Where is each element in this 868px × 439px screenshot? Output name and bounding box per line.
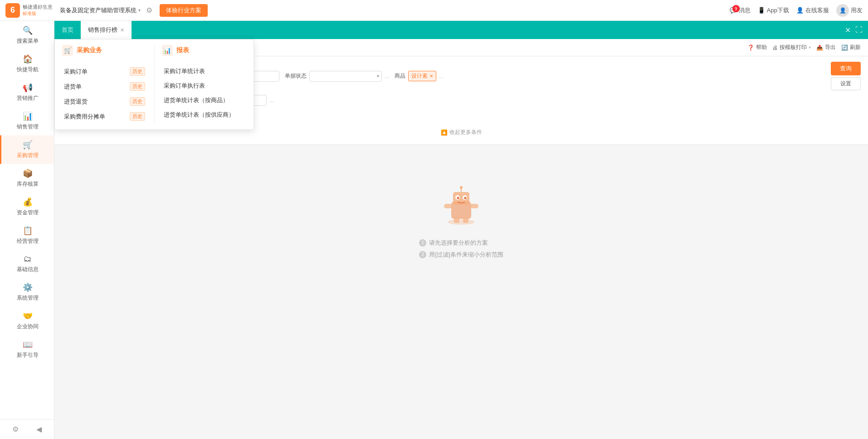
dropdown-item-purchase-order[interactable]: 采购订单 历史 xyxy=(62,64,147,79)
empty-tip-1: 1 请先选择要分析的方案 xyxy=(419,237,503,249)
message-label: 消息 xyxy=(739,6,751,15)
help-label: 帮助 xyxy=(756,44,767,51)
goods-field: 商品 设计素 ✕ ... xyxy=(395,71,444,81)
search-button[interactable]: 查询 xyxy=(831,62,861,75)
sidebar-item-label: 企业协同 xyxy=(17,323,39,330)
dropdown-item-purchase-order-exec[interactable]: 采购订单执行表 xyxy=(162,79,247,93)
message-button[interactable]: 💬 9 消息 xyxy=(730,6,751,15)
sidebar-item-basic[interactable]: 🗂 基础信息 xyxy=(0,250,54,278)
empty-robot-icon xyxy=(439,181,484,227)
close-icon[interactable]: ✕ xyxy=(845,26,851,35)
sidebar-item-label: 库存核算 xyxy=(17,180,39,188)
goods-label: 商品 xyxy=(395,72,405,80)
sidebar-item-label: 搜索菜单 xyxy=(17,37,39,45)
history-badge: 历史 xyxy=(130,112,145,121)
settings-bottom-icon[interactable]: ⚙ xyxy=(12,425,19,434)
status-select[interactable] xyxy=(309,71,382,82)
sidebar-item-system[interactable]: ⚙️ 系统管理 xyxy=(0,278,54,306)
purchase-col: 🛒 采购业务 采购订单 历史 进货单 历史 进货退货 历史 采购费用分摊单 历史 xyxy=(55,45,154,124)
sidebar-item-label: 快捷导航 xyxy=(17,66,39,74)
print-action[interactable]: 🖨 按模板打印 ▾ xyxy=(772,44,811,51)
svg-point-5 xyxy=(457,197,459,199)
sidebar-item-inventory[interactable]: 📦 库存核算 xyxy=(0,164,54,192)
sidebar-item-marketing[interactable]: 📢 营销推广 xyxy=(0,78,54,107)
tip-text-2: 用[过滤]条件来缩小分析范围 xyxy=(429,249,503,261)
goods-return-label: 进货退货 xyxy=(64,98,88,106)
goods-stat-by-goods-label: 进货单统计表（按商品） xyxy=(164,96,229,104)
history-badge: 历史 xyxy=(130,82,145,91)
tab-right-icons: ✕ ⛶ xyxy=(845,26,868,35)
logo-text: 畅捷通好生意 xyxy=(23,4,53,10)
sidebar-item-operation[interactable]: 📋 经营管理 xyxy=(0,221,54,250)
system-name-text: 装备及固定资产辅助管理系统 xyxy=(60,6,137,15)
export-label: 导出 xyxy=(825,44,836,51)
sidebar-item-label: 营销推广 xyxy=(17,94,39,102)
status-label: 单据状态 xyxy=(285,72,307,80)
print-chevron-icon: ▾ xyxy=(809,45,811,50)
chevron-down-icon[interactable]: ▾ xyxy=(138,8,141,13)
export-action[interactable]: 📤 导出 xyxy=(816,44,836,51)
user-button[interactable]: 👤 用友 xyxy=(836,4,863,17)
tab-sales-rank[interactable]: 销售排行榜 ✕ xyxy=(81,21,132,39)
refresh-action[interactable]: 🔄 刷新 xyxy=(841,44,861,51)
purchase-icon: 🛒 xyxy=(23,140,33,150)
export-icon: 📤 xyxy=(816,44,823,51)
service-icon: 👤 xyxy=(796,7,804,14)
app-download-button[interactable]: 📱 App下载 xyxy=(758,6,789,15)
search-buttons: 查询 设置 xyxy=(831,62,861,90)
basic-icon: 🗂 xyxy=(24,254,32,264)
status-select-wrap xyxy=(309,71,382,82)
capital-icon: 💰 xyxy=(23,197,33,207)
dropdown-item-goods-stat-by-goods[interactable]: 进货单统计表（按商品） xyxy=(162,93,247,108)
empty-tip-2: 2 用[过滤]条件来缩小分析范围 xyxy=(419,249,503,261)
tip-num-2: 2 xyxy=(419,251,426,258)
sidebar-item-quick[interactable]: 🏠 快捷导航 xyxy=(0,49,54,78)
empty-tips: 1 请先选择要分析的方案 2 用[过滤]条件来缩小分析范围 xyxy=(419,237,503,261)
sidebar-item-capital[interactable]: 💰 资金管理 xyxy=(0,192,54,221)
empty-state: 1 请先选择要分析的方案 2 用[过滤]条件来缩小分析范围 xyxy=(54,145,868,297)
goods-receipt-label: 进货单 xyxy=(64,83,82,91)
logo-area: 6 畅捷通好生意 标准版 xyxy=(5,3,60,18)
inventory-icon: 📦 xyxy=(23,168,33,178)
purchase-order-exec-label: 采购订单执行表 xyxy=(164,82,205,90)
dropdown-item-purchase-expense[interactable]: 采购费用分摊单 历史 xyxy=(62,109,147,124)
logo-icon: 6 xyxy=(5,3,20,18)
sidebar-item-label: 基础信息 xyxy=(17,266,39,273)
goods-tag-close[interactable]: ✕ xyxy=(429,74,433,79)
sidebar-item-purchase[interactable]: 🛒 采购管理 xyxy=(0,135,54,164)
sidebar-item-guide[interactable]: 📖 新手引导 xyxy=(0,335,54,364)
online-service-button[interactable]: 👤 在线客服 xyxy=(796,6,829,15)
sidebar-item-cooperation[interactable]: 🤝 企业协同 xyxy=(0,306,54,335)
refresh-icon: 🔄 xyxy=(841,44,848,51)
purchase-dropdown: 🛒 采购业务 采购订单 历史 进货单 历史 进货退货 历史 采购费用分摊单 历史… xyxy=(54,39,254,130)
gear-icon[interactable]: ⚙ xyxy=(146,6,152,15)
sidebar-item-label: 销售管理 xyxy=(17,123,39,131)
sidebar-item-label: 系统管理 xyxy=(17,294,39,302)
sidebar-item-search[interactable]: 🔍 搜索菜单 xyxy=(0,21,54,49)
logo-text-wrap: 畅捷通好生意 标准版 xyxy=(23,4,53,16)
help-action[interactable]: ❓ 帮助 xyxy=(747,44,767,51)
dropdown-item-goods-stat-by-supplier[interactable]: 进货单统计表（按供应商） xyxy=(162,108,247,122)
sales-icon: 📊 xyxy=(23,111,33,121)
operation-icon: 📋 xyxy=(23,226,33,236)
report-col-title: 报表 xyxy=(176,46,189,54)
collapse-sidebar-icon[interactable]: ◀ xyxy=(36,425,42,434)
settings-button[interactable]: 设置 xyxy=(831,77,861,90)
sidebar-item-label: 资金管理 xyxy=(17,209,39,217)
tip-num-1: 1 xyxy=(419,239,426,247)
collapse-icon: 🔼 xyxy=(441,129,448,136)
sidebar-item-sales[interactable]: 📊 销售管理 xyxy=(0,107,54,135)
dropdown-item-goods-receipt[interactable]: 进货单 历史 xyxy=(62,79,147,94)
dropdown-item-purchase-order-stat[interactable]: 采购订单统计表 xyxy=(162,64,247,79)
message-count: 9 xyxy=(732,5,740,12)
header-center: 装备及固定资产辅助管理系统 ▾ ⚙ 体验行业方案 xyxy=(60,4,730,17)
sidebar-bottom: ⚙ ◀ xyxy=(0,419,54,439)
history-badge: 历史 xyxy=(130,97,145,106)
search-icon: 🔍 xyxy=(23,25,33,35)
dropdown-item-goods-return[interactable]: 进货退货 历史 xyxy=(62,94,147,109)
sidebar-item-label: 经营管理 xyxy=(17,237,39,245)
tab-close-icon[interactable]: ✕ xyxy=(120,27,124,33)
tab-home[interactable]: 首页 xyxy=(54,21,81,39)
industry-button[interactable]: 体验行业方案 xyxy=(160,4,208,17)
expand-icon[interactable]: ⛶ xyxy=(855,26,863,34)
